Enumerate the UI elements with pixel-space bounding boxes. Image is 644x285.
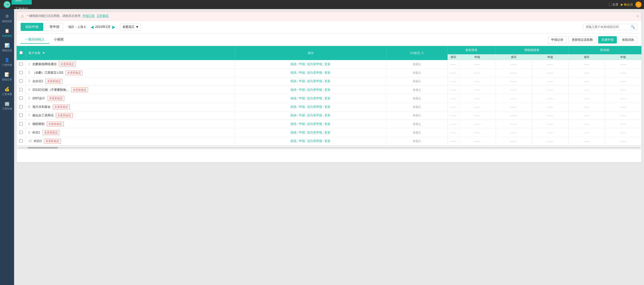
op-link-设为零申报[interactable]: 设为零申报 (307, 122, 322, 126)
btn-batch-declare[interactable]: 批量申报 (598, 36, 617, 43)
next-date-btn[interactable]: ▶ (112, 25, 115, 29)
op-link-设为零申报[interactable]: 设为零申报 (307, 71, 322, 74)
op-link-申报[interactable]: 申报 (299, 114, 305, 117)
cell-add-fill: —— (568, 103, 605, 111)
op-link-更多[interactable]: 更多 (325, 79, 331, 83)
op-link-申报[interactable]: 申报 (299, 97, 305, 100)
avatar[interactable]: C (635, 2, 641, 8)
sidebar-item-批量报税[interactable]: 📋批量报税 (0, 26, 14, 40)
row-checkbox-7[interactable] (19, 122, 23, 125)
cell-checkbox[interactable] (17, 60, 26, 69)
op-link-申报[interactable]: 申报 (299, 139, 305, 143)
cell-checkbox[interactable] (17, 103, 26, 111)
staff-select[interactable]: 全部员工 ▼ (120, 24, 141, 30)
op-link-税表[interactable]: 税表 (291, 88, 297, 91)
cell-fin-fill: —— (448, 111, 459, 120)
row-checkbox-9[interactable] (19, 139, 23, 142)
nav-item-报税[interactable]: 报税 (12, 0, 32, 5)
row-no: 10 (28, 139, 32, 143)
row-name: 地方水利基金 (32, 105, 51, 109)
row-checkbox-1[interactable] (19, 71, 23, 74)
op-link-更多[interactable]: 更多 (325, 97, 331, 100)
sidebar-item-工商年报[interactable]: 🏢工商年报 (0, 99, 14, 113)
op-link-申报[interactable]: 申报 (299, 79, 305, 83)
banner-close-btn[interactable]: × (637, 14, 639, 18)
op-link-更多[interactable]: 更多 (325, 139, 331, 143)
horizontal-scrollbar[interactable] (17, 146, 641, 150)
op-link-更多[interactable]: 更多 (325, 131, 331, 134)
cell-checkbox[interactable] (17, 128, 26, 137)
cell-add-fill: —— (568, 86, 605, 94)
op-link-更多[interactable]: 更多 (325, 105, 331, 109)
op-link-更多[interactable]: 更多 (325, 88, 331, 91)
op-link-设为零申报[interactable]: 设为零申报 (307, 114, 322, 117)
cell-checkbox[interactable] (17, 137, 26, 146)
op-link-税表[interactable]: 税表 (291, 131, 297, 134)
vip-btn[interactable]: ▶ 畅会员 (621, 3, 633, 7)
status-tag: 未更新核定 (59, 62, 76, 67)
op-link-税表[interactable]: 税表 (291, 114, 297, 117)
op-link-申报[interactable]: 申报 (299, 88, 305, 91)
op-link-设为零申报[interactable]: 设为零申报 (307, 88, 322, 91)
cell-checkbox[interactable] (17, 77, 26, 86)
fullscreen-btn[interactable]: ⛶ 全屏 (609, 3, 618, 7)
sidebar-item-个税申报[interactable]: 👤个税申报 (0, 55, 14, 69)
op-link-税表[interactable]: 税表 (291, 62, 297, 66)
search-input[interactable] (584, 24, 629, 30)
op-link-税表[interactable]: 税表 (291, 122, 297, 126)
cell-add-report: —— (605, 103, 641, 111)
op-link-申报[interactable]: 申报 (299, 131, 305, 134)
op-link-设为零申报[interactable]: 设为零申报 (307, 97, 322, 100)
btn-collect-receipt[interactable]: 收取回执 (619, 36, 637, 43)
op-link-更多[interactable]: 更多 (325, 71, 331, 74)
row-checkbox-6[interactable] (19, 114, 23, 117)
op-link-申报[interactable]: 申报 (299, 105, 305, 109)
op-link-申报[interactable]: 申报 (299, 62, 305, 66)
btn-update-data[interactable]: 更新统定及取数 (569, 36, 596, 43)
banner-buy-link[interactable]: 立即购买 (97, 14, 109, 18)
op-link-税表[interactable]: 税表 (291, 97, 297, 100)
cell-checkbox[interactable] (17, 111, 26, 120)
row-checkbox-4[interactable] (19, 97, 23, 100)
select-all-checkbox[interactable] (19, 51, 23, 54)
row-checkbox-0[interactable] (19, 62, 23, 66)
op-link-税表[interactable]: 税表 (291, 71, 297, 74)
cell-checkbox[interactable] (17, 69, 26, 77)
op-link-设为零申报[interactable]: 设为零申报 (307, 105, 322, 109)
sidebar-item-报税记录[interactable]: 📝报税记录 (0, 69, 14, 84)
tab-general-taxpayer[interactable]: 一般的纳税人 (21, 36, 49, 44)
op-link-申报[interactable]: 申报 (299, 71, 305, 74)
op-link-设为零申报[interactable]: 设为零申报 (307, 131, 322, 134)
op-link-更多[interactable]: 更多 (325, 114, 331, 117)
prev-date-btn[interactable]: ◀ (91, 25, 94, 29)
sidebar-item-报税总览[interactable]: 📊报税总览 (0, 40, 14, 55)
op-link-设为零申报[interactable]: 设为零申报 (307, 139, 322, 143)
scroll-thumb[interactable] (28, 147, 58, 149)
sidebar-item-报税设置[interactable]: ⚙报税设置 (0, 11, 14, 26)
search-btn[interactable]: 🔍 (629, 24, 637, 30)
op-link-申报[interactable]: 申报 (299, 122, 305, 126)
th-client-name-label: 客户名称 (28, 51, 41, 55)
op-link-税表[interactable]: 税表 (291, 79, 297, 83)
banner-apply-link[interactable]: 申报汇签 (83, 14, 95, 18)
cell-checkbox[interactable] (17, 94, 26, 103)
logo[interactable] (3, 0, 12, 9)
op-link-设为零申报[interactable]: 设为零申报 (307, 79, 322, 83)
tab-tax-declare[interactable]: 税款申报 (21, 23, 43, 31)
cell-checkbox[interactable] (17, 120, 26, 128)
tab-small-scale[interactable]: 小规模 (49, 36, 68, 44)
op-link-税表[interactable]: 税表 (291, 139, 297, 143)
btn-declare-record[interactable]: 申报记录 (548, 36, 567, 43)
tab-zero-declare[interactable]: 零申报 (46, 23, 63, 31)
op-link-更多[interactable]: 更多 (325, 122, 331, 126)
row-checkbox-5[interactable] (19, 105, 23, 108)
cell-checkbox[interactable] (17, 86, 26, 94)
row-checkbox-2[interactable] (19, 79, 23, 83)
op-link-更多[interactable]: 更多 (325, 62, 331, 66)
op-link-设为零申报[interactable]: 设为零申报 (307, 62, 322, 66)
status-tag: 未更新核定 (53, 105, 70, 109)
row-checkbox-8[interactable] (19, 131, 23, 134)
sidebar-item-汇算清缴[interactable]: 💰汇算清缴 (0, 84, 14, 99)
row-checkbox-3[interactable] (19, 88, 23, 91)
op-link-税表[interactable]: 税表 (291, 105, 297, 109)
